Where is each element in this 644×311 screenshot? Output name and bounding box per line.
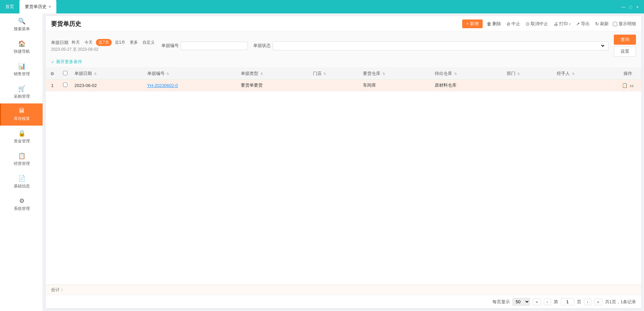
date-filter-label: 单据日期	[51, 40, 68, 46]
query-button[interactable]: 查询	[614, 35, 636, 45]
inventory-icon: 🏛	[19, 107, 25, 115]
page-input[interactable]	[561, 298, 574, 305]
next-page-btn[interactable]: ›	[584, 299, 591, 305]
tab-home[interactable]: 首页	[0, 0, 19, 13]
content-area: 要货单历史 + 新增 🗑 删除 ⊘ 中止 ⊙ 取消中止 🖨	[46, 16, 641, 308]
print-icon: 🖨	[553, 21, 558, 27]
row-number-link[interactable]: YH-20230602-0	[144, 80, 238, 91]
filter-buttons: 查询 设置	[614, 35, 636, 57]
show-detail-checkbox[interactable]	[613, 22, 617, 26]
sidebar-item-basic-info[interactable]: 📄 基础信息	[0, 171, 43, 193]
bill-status-select-wrapper[interactable]	[273, 41, 608, 50]
sidebar-item-operations[interactable]: 📋 经营管理	[0, 148, 43, 171]
sidebar-item-sales[interactable]: 📊 销售管理	[0, 58, 43, 81]
row-num: 1	[46, 80, 59, 91]
row-pending-warehouse: 原材料仓库	[431, 80, 503, 91]
col-handler: 经手人 ⇅	[553, 68, 614, 80]
date-yesterday[interactable]: 昨天	[70, 39, 81, 46]
data-table: ⚙ 单据日期 ⇅ 单据编号 ⇅ 单据类型	[46, 68, 641, 91]
tab-history[interactable]: 要货单历史 ×	[19, 0, 56, 13]
sales-icon: 📊	[18, 62, 25, 70]
page-suffix: 页	[577, 299, 581, 305]
summary-bar: 合计：	[46, 284, 641, 295]
date-filter-group: 单据日期 昨天 今天 近7天 近1月 更多 自定义 2023-05-27 至 2…	[51, 39, 156, 52]
operations-icon: 📋	[18, 152, 25, 160]
first-page-btn[interactable]: «	[533, 299, 541, 305]
export-button[interactable]: ↗ 导出	[575, 20, 591, 28]
delete-button[interactable]: 🗑 删除	[485, 20, 502, 28]
ops-icons-group: 📋 ⚏	[618, 83, 638, 88]
table-row[interactable]: 1 2023-06-02 YH-20230602-0 要货单要货 车间库 原材料…	[46, 80, 641, 91]
total-info: 共1页，1条记录	[605, 299, 636, 305]
toolbar: + 新增 🗑 删除 ⊘ 中止 ⊙ 取消中止 🖨 打印 ▾	[462, 19, 636, 28]
cancel-stop-icon: ⊙	[526, 21, 530, 27]
settings-button[interactable]: 设置	[614, 46, 636, 57]
bill-number-input[interactable]	[181, 42, 248, 50]
table-body: 1 2023-06-02 YH-20230602-0 要货单要货 车间库 原材料…	[46, 80, 641, 91]
col-checkbox	[59, 68, 71, 80]
basic-info-icon: 📄	[18, 175, 25, 182]
last-page-btn[interactable]: »	[594, 299, 602, 305]
sidebar-item-finance[interactable]: 🔒 资金管理	[0, 126, 43, 148]
chevron-down-icon: ✓	[51, 59, 55, 64]
row-department	[503, 80, 553, 91]
date-range-text: 2023-05-27 至 2023-06-02	[51, 47, 156, 52]
sidebar-item-nav[interactable]: 🏠 快捷导航	[0, 36, 43, 58]
col-pending-warehouse: 待出仓库 ⇅	[431, 68, 503, 80]
edit-icon[interactable]: ⚏	[630, 83, 634, 88]
cancel-stop-button[interactable]: ⊙ 取消中止	[524, 20, 549, 28]
expand-more-button[interactable]: ✓ 展开更多条件	[51, 59, 636, 65]
sort-handler-icon: ⇅	[572, 72, 575, 76]
date-last-month[interactable]: 近1月	[114, 39, 127, 46]
row-actions: 📋 ⚏	[614, 80, 641, 91]
new-button[interactable]: + 新增	[462, 19, 483, 28]
row-type: 要货单要货	[237, 80, 309, 91]
pagination: 每页显示 50 10 20 100 « ‹ 第 页 › » 共1页，1条记录	[46, 295, 641, 308]
purchase-icon: 🛒	[18, 85, 25, 92]
sidebar: 🔍 搜索菜单 🏠 快捷导航 📊 销售管理 🛒 采购管理 🏛 库存核算 🔒 资金管…	[0, 13, 43, 311]
tab-close-icon[interactable]: ×	[49, 4, 51, 9]
minimize-btn[interactable]: —	[621, 4, 626, 9]
stop-button[interactable]: ⊘ 中止	[505, 20, 522, 28]
col-actions: 操作	[614, 68, 641, 80]
table-header-row: ⚙ 单据日期 ⇅ 单据编号 ⇅ 单据类型	[46, 68, 641, 80]
sort-store-icon: ⇅	[323, 72, 326, 76]
filter-area: 单据日期 昨天 今天 近7天 近1月 更多 自定义 2023-05-27 至 2…	[46, 31, 641, 68]
sidebar-item-purchase[interactable]: 🛒 采购管理	[0, 81, 43, 103]
select-all-checkbox[interactable]	[63, 71, 67, 75]
prev-page-btn[interactable]: ‹	[544, 299, 551, 305]
close-btn[interactable]: ×	[636, 4, 639, 9]
page-size-select[interactable]: 50 10 20 100	[513, 298, 530, 306]
row-checkbox[interactable]	[63, 83, 67, 87]
system-icon: ⚙	[19, 197, 24, 205]
refresh-icon: ↻	[595, 21, 599, 27]
sidebar-item-search[interactable]: 🔍 搜索菜单	[0, 13, 43, 36]
sidebar-item-system[interactable]: ⚙ 系统管理	[0, 193, 43, 216]
row-checkbox-cell	[59, 80, 71, 91]
show-detail-toggle[interactable]: 显示明细	[613, 21, 636, 27]
finance-icon: 🔒	[18, 130, 25, 137]
maximize-btn[interactable]: □	[630, 4, 632, 9]
view-icon[interactable]: 📋	[622, 83, 628, 88]
refresh-button[interactable]: ↻ 刷新	[594, 20, 610, 28]
date-last7days[interactable]: 近7天	[96, 39, 112, 46]
print-button[interactable]: 🖨 打印 ▾	[552, 20, 572, 28]
top-bar-right: — □ ×	[621, 4, 644, 9]
col-warehouse: 要货仓库 ⇅	[360, 68, 431, 80]
col-store: 门店 ⇅	[310, 68, 360, 80]
page-header: 要货单历史 + 新增 🗑 删除 ⊘ 中止 ⊙ 取消中止 🖨	[46, 16, 641, 31]
summary-label: 合计：	[51, 287, 64, 293]
top-bar: 首页 要货单历史 × — □ ×	[0, 0, 644, 13]
sort-date-icon: ⇅	[94, 72, 97, 76]
date-custom[interactable]: 自定义	[141, 39, 156, 46]
col-department: 部门 ⇅	[503, 68, 553, 80]
col-type: 单据类型 ⇅	[237, 68, 309, 80]
col-number: 单据编号 ⇅	[144, 68, 238, 80]
sidebar-item-inventory[interactable]: 🏛 库存核算	[0, 103, 43, 126]
sort-warehouse-icon: ⇅	[382, 72, 385, 76]
main-layout: 🔍 搜索菜单 🏠 快捷导航 📊 销售管理 🛒 采购管理 🏛 库存核算 🔒 资金管…	[0, 13, 644, 311]
date-more[interactable]: 更多	[128, 39, 139, 46]
date-today[interactable]: 今天	[83, 39, 94, 46]
bill-status-select[interactable]	[276, 43, 605, 49]
tab-list: 首页 要货单历史 ×	[0, 0, 621, 13]
